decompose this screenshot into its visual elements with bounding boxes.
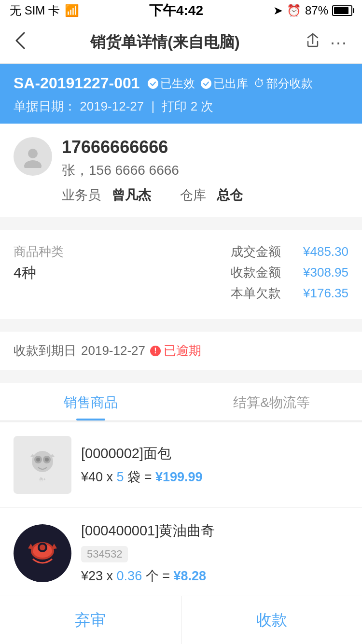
svg-text:兽+: 兽+ [39, 477, 46, 482]
debt-row: 本单欠款 ¥176.35 [231, 285, 348, 302]
order-id-row: SA-20191227-001 已生效 已出库 ⏱ [14, 74, 348, 92]
clock-icon: ⏱ [254, 77, 265, 90]
product-item-1: 兽+ [0000002]面包 ¥40 x 5 袋 = ¥199.99 [0, 422, 362, 508]
product-price-row-2: ¥23 x 0.36 个 = ¥8.28 [81, 567, 348, 585]
product-total-1: ¥199.99 [155, 470, 203, 484]
tabs-section: 销售商品 结算&物流等 [0, 383, 362, 421]
product-total-2: ¥8.28 [173, 569, 206, 583]
customer-name: 17666666666 [62, 137, 348, 157]
product-unit-price-1: ¥40 [81, 470, 103, 484]
overdue-dot-icon: ! [150, 346, 161, 356]
tab-sales-products[interactable]: 销售商品 [0, 383, 181, 420]
amount-label: 成交金额 [231, 243, 281, 260]
status-badge-effective: 已生效 [148, 76, 195, 91]
customer-section: 17666666666 张，156 6666 6666 业务员 曾凡杰 仓库 总… [0, 124, 362, 217]
received-label: 收款金额 [231, 264, 281, 281]
product-name-1: [0000002]面包 [81, 444, 348, 463]
summary-right: 成交金额 ¥485.30 收款金额 ¥308.95 本单欠款 ¥176.35 [231, 243, 348, 306]
product-unit-price-2: ¥23 [81, 569, 103, 583]
svg-point-6 [36, 458, 40, 462]
location-icon: ➤ [273, 4, 283, 17]
overdue-text: 已逾期 [164, 342, 201, 359]
debt-value: ¥176.35 [291, 286, 348, 301]
product-qty-1: 5 [117, 470, 124, 484]
nav-bar: 销货单详情(来自电脑) ··· [0, 21, 362, 64]
summary-section: 商品种类 4种 成交金额 ¥485.30 收款金额 ¥308.95 本单欠款 ¥… [0, 230, 362, 319]
product-item-2: [000400001]黄油曲奇 534532 ¥23 x 0.36 个 = ¥8… [0, 508, 362, 599]
cancel-review-button[interactable]: 弃审 [0, 596, 181, 644]
divider-3 [0, 375, 362, 383]
status-badge-shipped: 已出库 [201, 76, 248, 91]
svg-point-7 [45, 458, 49, 462]
order-header: SA-20191227-001 已生效 已出库 ⏱ [0, 64, 362, 124]
product-qty-2: 0.36 [117, 569, 142, 583]
status-bar-time: 下午4:42 [149, 1, 203, 20]
battery-icon [332, 5, 352, 16]
amount-row: 成交金额 ¥485.30 [231, 243, 348, 260]
wifi-icon: 📶 [65, 4, 79, 17]
carrier-text: 无 SIM 卡 [10, 3, 60, 18]
alarm-icon: ⏰ [287, 4, 301, 17]
collect-button[interactable]: 收款 [181, 596, 362, 644]
warehouse-label: 仓库 总仓 [180, 186, 243, 204]
check-icon-effective [148, 78, 158, 89]
order-status-badges: 已生效 已出库 ⏱ 部分收款 [148, 76, 313, 91]
svg-point-13 [40, 545, 45, 550]
received-row: 收款金额 ¥308.95 [231, 264, 348, 281]
product-name-2: [000400001]黄油曲奇 [81, 521, 348, 541]
due-section: 收款到期日 2019-12-27 ! 已逾期 [0, 332, 362, 370]
battery-fill [334, 7, 348, 14]
product-thumb-1: 兽+ [14, 436, 71, 494]
debt-label: 本单欠款 [231, 285, 281, 302]
amount-value: ¥485.30 [291, 244, 348, 259]
order-date-row: 单据日期： 2019-12-27 | 打印 2 次 [14, 98, 348, 115]
divider-1 [0, 222, 362, 230]
due-date-label: 收款到期日 [14, 342, 76, 359]
category-label: 商品种类 [14, 243, 64, 260]
avatar [14, 137, 52, 176]
svg-point-1 [24, 160, 42, 168]
status-bar-right: ➤ ⏰ 87% [273, 4, 352, 17]
nav-actions: ··· [305, 32, 348, 53]
more-button[interactable]: ··· [330, 32, 348, 53]
status-badge-partial: ⏱ 部分收款 [254, 76, 313, 91]
page-title: 销货单详情(来自电脑) [90, 32, 239, 53]
overdue-badge: ! 已逾期 [150, 342, 201, 359]
salesman-label: 业务员 曾凡杰 [62, 186, 151, 204]
tab-settlement[interactable]: 结算&物流等 [181, 383, 362, 420]
product-price-row-1: ¥40 x 5 袋 = ¥199.99 [81, 468, 348, 486]
bottom-bar: 弃审 收款 [0, 596, 362, 644]
status-bar-left: 无 SIM 卡 📶 [10, 3, 79, 18]
customer-meta: 业务员 曾凡杰 仓库 总仓 [62, 186, 348, 204]
divider-2 [0, 324, 362, 332]
back-button[interactable] [14, 32, 25, 53]
product-info-1: [0000002]面包 ¥40 x 5 袋 = ¥199.99 [81, 444, 348, 486]
customer-info: 17666666666 张，156 6666 6666 业务员 曾凡杰 仓库 总… [62, 137, 348, 204]
order-id: SA-20191227-001 [14, 74, 140, 92]
check-icon-shipped [201, 78, 211, 89]
product-info-2: [000400001]黄油曲奇 534532 ¥23 x 0.36 个 = ¥8… [81, 521, 348, 585]
received-value: ¥308.95 [291, 265, 348, 280]
products-section: 兽+ [0000002]面包 ¥40 x 5 袋 = ¥199.99 [0, 422, 362, 599]
battery-text: 87% [305, 4, 328, 17]
svg-point-0 [28, 149, 38, 158]
product-sku-badge: 534532 [81, 546, 128, 562]
summary-left: 商品种类 4种 [14, 243, 64, 306]
customer-phone: 张，156 6666 6666 [62, 161, 348, 180]
share-button[interactable] [305, 33, 320, 52]
status-bar: 无 SIM 卡 📶 下午4:42 ➤ ⏰ 87% [0, 0, 362, 21]
due-date-value: 2019-12-27 [81, 343, 145, 358]
product-thumb-2 [14, 524, 71, 582]
category-value: 4种 [14, 263, 64, 283]
